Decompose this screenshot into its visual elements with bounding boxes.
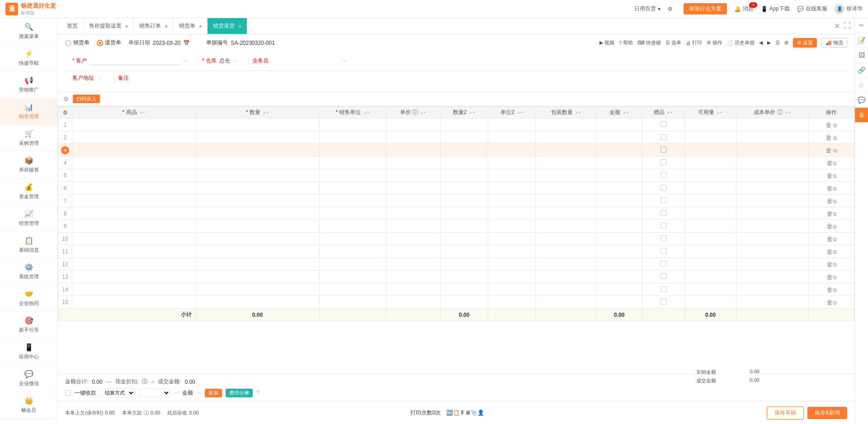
g4[interactable] <box>642 157 684 169</box>
gift-cb-11[interactable] <box>660 248 666 254</box>
online-service[interactable]: 💬 在线客服 <box>797 5 827 13</box>
sidebar-gear-btn[interactable]: ⚙ <box>0 419 57 424</box>
notes-input[interactable] <box>132 74 267 82</box>
grid-wrapper[interactable]: ⚙ * 商品 ▲▼ * 数量 ▲▼ <box>58 106 854 374</box>
calendar-icon[interactable]: 📅 <box>183 40 190 46</box>
tab-sales-delivery-close[interactable]: × <box>199 24 202 29</box>
sidebar-item-apps[interactable]: 📱 应用中心 <box>0 338 57 365</box>
radio-return[interactable]: 退货单 <box>97 39 121 47</box>
right-icon-chat[interactable]: 💬 <box>855 93 868 108</box>
cost-cell-1[interactable] <box>736 119 809 131</box>
p4[interactable] <box>72 157 196 169</box>
split-btn[interactable]: 费用分摊 <box>226 389 253 397</box>
del14[interactable]: 🗑 <box>826 286 833 293</box>
gift-cb-7[interactable] <box>660 197 666 203</box>
gift-cb-9[interactable] <box>660 223 666 229</box>
right-icon-link[interactable]: 🔗 <box>855 63 868 78</box>
nav-label[interactable]: 日用百货 ▾ <box>634 5 660 13</box>
tab-close-all[interactable]: ✕ <box>834 22 840 30</box>
gift-cb-12[interactable] <box>660 261 666 267</box>
qty-sort[interactable]: ▲▼ <box>263 111 269 114</box>
account-calc-select[interactable] <box>139 388 170 397</box>
tab-sales-order[interactable]: 销售订单 × <box>134 18 173 34</box>
delete-btn-1[interactable]: 🗑 <box>826 121 832 129</box>
del8[interactable]: 🗑 <box>826 210 833 217</box>
cp13[interactable]: ⧉ <box>833 274 837 281</box>
c4[interactable] <box>736 157 809 169</box>
sidebar-item-search[interactable]: 🔍 搜索菜单 <box>0 18 57 45</box>
toolbar-logistics-btn[interactable]: 🚚 物流 <box>821 38 847 48</box>
tab-price-close[interactable]: × <box>125 24 128 29</box>
sidebar-item-member[interactable]: 👑 畅会员 <box>0 392 57 419</box>
q4[interactable] <box>196 157 319 169</box>
arrears-icon[interactable]: ⓘ <box>144 410 149 416</box>
qty-cell-1[interactable] <box>196 119 319 131</box>
sidebar-item-sales[interactable]: 📊 销售管理 <box>0 98 57 125</box>
copy-btn-2[interactable]: ⧉ <box>833 135 837 141</box>
pr4[interactable] <box>386 157 440 169</box>
sidebar-item-shortcut[interactable]: ⚡ 快捷导航 <box>0 45 57 71</box>
del4[interactable]: 🗑 <box>826 159 833 167</box>
del7[interactable]: 🗑 <box>826 197 833 205</box>
qty-input-1[interactable] <box>198 122 316 128</box>
gift-cb-8[interactable] <box>660 210 666 216</box>
avail-cell-2[interactable] <box>684 131 736 144</box>
toolbar-shortcut[interactable]: ⌨ 快捷键 <box>637 39 661 46</box>
available-sort[interactable]: ▲▼ <box>717 111 723 114</box>
gift-cb-13[interactable] <box>660 273 666 279</box>
q24[interactable] <box>440 157 488 169</box>
product-cell-1[interactable] <box>72 119 196 131</box>
gift-cb-5[interactable] <box>660 172 666 178</box>
cp15[interactable]: ⧉ <box>833 300 837 306</box>
cp9[interactable]: ⧉ <box>833 224 837 230</box>
cp5[interactable]: ⧉ <box>833 173 837 179</box>
cost-info-icon[interactable]: ⓘ <box>777 109 783 115</box>
avail-cell-1[interactable] <box>684 119 736 131</box>
gift-cb-1[interactable] <box>660 121 666 127</box>
add-row-btn[interactable]: + <box>61 146 69 154</box>
u24[interactable] <box>488 157 535 169</box>
amount-sort[interactable]: ▲▼ <box>623 111 629 114</box>
unit-cell-2[interactable] <box>319 131 386 144</box>
sidebar-item-inventory[interactable]: 📦 库存核算 <box>0 152 57 178</box>
amount-cell-3[interactable] <box>596 144 642 157</box>
one-key-cb[interactable] <box>65 390 71 396</box>
sidebar-item-purchase[interactable]: 🛒 采购管理 <box>0 125 57 152</box>
toolbar-print[interactable]: 🖨 打印 <box>686 39 702 46</box>
gift-cell-2[interactable] <box>642 131 684 144</box>
cp10[interactable]: ⧉ <box>833 236 837 243</box>
pack-sort[interactable]: ▲▼ <box>575 111 581 114</box>
u4[interactable] <box>319 157 386 169</box>
message-icon[interactable]: 🔔 消息 70 <box>734 5 754 13</box>
tab-price-setting[interactable]: 售价提取设置 × <box>84 18 134 34</box>
qty-cell-2[interactable] <box>196 131 319 144</box>
toolbar-list-view[interactable]: ☰ <box>775 40 780 46</box>
gift-cb-2[interactable] <box>660 134 666 140</box>
tab-sales-return[interactable]: 销货退货 × <box>208 18 247 34</box>
toolbar-select[interactable]: ☰ 选单 <box>665 39 681 46</box>
trial-btn[interactable]: 体验行业方案 <box>684 3 727 14</box>
del9[interactable]: 🗑 <box>826 223 833 230</box>
unit-cell-1[interactable] <box>319 119 386 131</box>
right-icon-note[interactable]: 📝 <box>855 33 868 48</box>
customer-input[interactable] <box>90 57 180 65</box>
column-settings-icon[interactable]: ⚙ <box>63 95 69 103</box>
product-input-3[interactable] <box>75 147 193 153</box>
right-icon-image[interactable]: 🖼 <box>855 48 868 63</box>
toolbar-operate[interactable]: ⚙ 操作 <box>707 39 722 46</box>
delete-btn-2[interactable]: 🗑 <box>826 134 832 141</box>
cost-cell-2[interactable] <box>736 131 809 144</box>
delete-btn-3[interactable]: 🗑 <box>826 147 832 154</box>
pack-cell-3[interactable] <box>536 144 596 157</box>
price-info-icon[interactable]: ⓘ <box>412 109 418 115</box>
unit2-cell-2[interactable] <box>488 131 535 144</box>
right-icon-screen[interactable]: 🖥 <box>855 108 868 123</box>
gift-cb-6[interactable] <box>660 185 666 191</box>
price-sort[interactable]: ▲▼ <box>420 111 426 114</box>
amount-cell-2[interactable] <box>596 131 642 144</box>
gift-cell-3[interactable] <box>642 144 684 157</box>
pack-cell-1[interactable] <box>536 119 596 131</box>
address-select-btn[interactable]: ··· <box>99 75 103 81</box>
unit-sort[interactable]: ▲▼ <box>363 111 370 114</box>
cp8[interactable]: ⧉ <box>833 211 837 217</box>
